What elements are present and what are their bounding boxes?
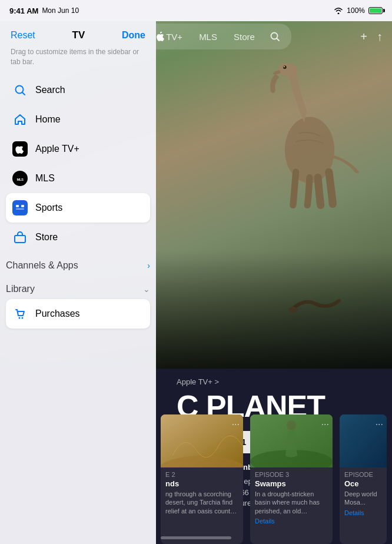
episode-3-number: EPISODE: [344, 471, 382, 478]
episode-3-more-button[interactable]: ···: [376, 419, 383, 430]
svg-point-20: [19, 317, 21, 319]
sports-logo: [12, 200, 28, 215]
sidebar-item-purchases-label: Purchases: [35, 309, 80, 319]
tab-mls[interactable]: MLS: [191, 29, 225, 45]
sidebar-item-purchases[interactable]: Purchases: [6, 299, 150, 329]
episode-1-info: E 2 nds ng through a scorching desert, u…: [161, 467, 243, 519]
svg-point-3: [284, 66, 285, 67]
library-section: Library ⌄ Purchases: [0, 276, 156, 331]
home-icon: [12, 111, 28, 128]
status-date: Mon Jun 10: [42, 6, 79, 15]
store-icon-svg: [14, 231, 26, 244]
nav-search-button[interactable]: [265, 27, 284, 46]
episode-2-details-link[interactable]: Details: [255, 518, 328, 525]
tab-appletv-label: TV+: [166, 32, 182, 42]
episode-1-image: [161, 414, 243, 467]
episode-1-desc: ng through a scorching desert, ung Tarch…: [165, 490, 238, 515]
status-indicators: 100%: [334, 6, 383, 15]
done-button[interactable]: Done: [122, 30, 145, 41]
episode-thumb-1: [161, 414, 243, 467]
sidebar-items-list: Search Home Apple TV+: [0, 75, 156, 252]
status-bar: 9:41 AM Mon Jun 10 100%: [0, 0, 392, 21]
svg-point-21: [22, 317, 24, 319]
svg-point-10: [287, 420, 296, 430]
svg-rect-19: [15, 235, 25, 243]
library-label: Library: [6, 284, 35, 294]
episodes-row: E 2 nds ng through a scorching desert, u…: [156, 414, 392, 544]
episode-card-1[interactable]: E 2 nds ng through a scorching desert, u…: [161, 414, 243, 544]
sidebar: Reset TV Done Drag to customize items in…: [0, 21, 156, 544]
channels-chevron-icon: ›: [147, 261, 150, 270]
purchases-icon-svg: [14, 307, 26, 320]
appletv-logo: [12, 141, 28, 157]
hero-badge[interactable]: Apple TV+ >: [177, 377, 380, 386]
episode-thumb-2: [250, 414, 333, 467]
sidebar-item-sports[interactable]: Sports: [6, 193, 150, 223]
nav-right-buttons: + ↑: [360, 30, 383, 44]
sidebar-item-store-label: Store: [35, 232, 58, 243]
sidebar-item-sports-label: Sports: [35, 203, 62, 213]
sidebar-item-search[interactable]: Search: [6, 75, 150, 105]
episode-card-3[interactable]: EPISODE Oce Deep world Mosa... Details ·…: [340, 414, 387, 544]
creature-image: [251, 51, 368, 227]
add-button[interactable]: +: [360, 30, 367, 44]
library-header[interactable]: Library ⌄: [6, 280, 150, 299]
episode-2-desc: In a drought-stricken basin where much h…: [255, 490, 328, 515]
svg-point-2: [283, 65, 287, 69]
sidebar-item-home[interactable]: Home: [6, 105, 150, 134]
episode-3-desc: Deep world Mosa...: [344, 490, 382, 507]
battery-percent: 100%: [347, 6, 365, 15]
sports-icon: [12, 200, 28, 216]
episode-1-more-button[interactable]: ···: [232, 419, 240, 430]
episode-2-info: EPISODE 3 Swamps In a drought-stricken b…: [250, 467, 333, 528]
episode-2-more-button[interactable]: ···: [321, 419, 329, 430]
episode-2-number: EPISODE 3: [255, 471, 328, 478]
svg-point-5: [271, 33, 277, 39]
svg-text:MLS: MLS: [16, 178, 24, 181]
episode-card-2[interactable]: EPISODE 3 Swamps In a drought-stricken b…: [250, 414, 333, 544]
sidebar-item-mls-label: MLS: [35, 173, 55, 184]
sidebar-item-appletv-label: Apple TV+: [35, 144, 79, 154]
episode-3-info: EPISODE Oce Deep world Mosa... Details: [340, 467, 387, 520]
sidebar-title: TV: [72, 29, 85, 41]
channels-section-label: Channels & Apps: [6, 260, 78, 271]
channels-section-header[interactable]: Channels & Apps ›: [0, 252, 156, 276]
apple-logo-nav: [156, 32, 164, 41]
home-bar: [161, 536, 231, 539]
search-icon: [12, 82, 28, 98]
svg-rect-18: [16, 208, 24, 210]
store-icon: [12, 229, 28, 246]
battery-icon: [368, 7, 383, 14]
episode-2-title: Swamps: [255, 479, 328, 488]
svg-rect-17: [21, 205, 24, 207]
search-icon-svg: [14, 84, 26, 97]
episode-3-title: Oce: [344, 479, 382, 488]
status-time: 9:41 AM: [9, 6, 38, 15]
sidebar-item-appletv[interactable]: Apple TV+: [6, 134, 150, 164]
share-button[interactable]: ↑: [377, 30, 383, 44]
purchases-icon: [12, 306, 28, 322]
sidebar-item-home-label: Home: [35, 114, 61, 125]
sidebar-header: Reset TV Done: [0, 21, 156, 47]
mls-icon: MLS: [12, 170, 28, 187]
episode-2-image: [250, 414, 333, 467]
mls-logo: MLS: [12, 171, 28, 186]
tab-store[interactable]: Store: [225, 29, 263, 45]
home-icon-svg: [14, 113, 26, 126]
sidebar-item-store[interactable]: Store: [6, 223, 150, 252]
sidebar-item-search-label: Search: [35, 85, 65, 95]
episode-1-title: nds: [165, 479, 238, 488]
library-chevron-icon: ⌄: [143, 284, 150, 294]
wifi-icon: [334, 7, 343, 14]
appletv-icon: [12, 141, 28, 157]
reset-button[interactable]: Reset: [11, 30, 35, 41]
drag-hint: Drag to customize items in the sidebar o…: [0, 47, 156, 75]
svg-rect-16: [16, 205, 19, 207]
episode-1-number: E 2: [165, 471, 238, 478]
search-icon-nav: [270, 31, 280, 42]
episode-3-details-link[interactable]: Details: [344, 509, 382, 516]
sidebar-item-mls[interactable]: MLS MLS: [6, 164, 150, 193]
svg-point-1: [278, 64, 298, 77]
